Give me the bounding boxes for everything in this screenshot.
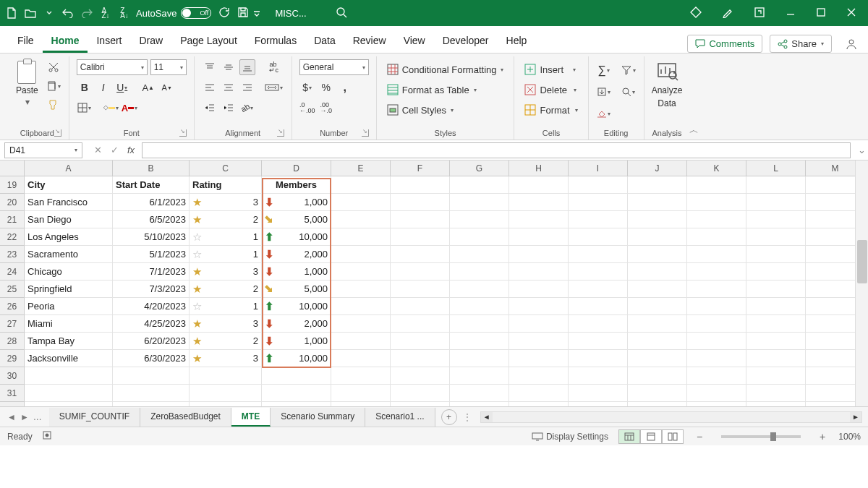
format-cells-button[interactable]: Format▾ [522, 103, 580, 117]
cell[interactable]: ⬆10,000 [262, 298, 331, 315]
cell[interactable]: 6/5/2023 [113, 211, 190, 228]
cell[interactable]: Miami [25, 315, 113, 333]
clear-icon[interactable]: ▾ [596, 106, 612, 121]
cell[interactable] [628, 298, 687, 315]
display-settings-button[interactable]: Display Settings [532, 432, 608, 442]
cell[interactable] [331, 281, 391, 298]
format-painter-icon[interactable] [46, 97, 61, 113]
alignment-dialog-launcher[interactable] [277, 129, 284, 137]
cell[interactable] [569, 176, 628, 194]
cell[interactable] [391, 298, 450, 315]
cell[interactable]: ⬇5,000 [262, 281, 331, 298]
number-dialog-launcher[interactable] [362, 129, 369, 137]
cell[interactable] [687, 350, 746, 367]
fill-color-icon[interactable]: ▾ [103, 100, 119, 116]
font-size-select[interactable]: 11▾ [150, 59, 187, 75]
sheet-tab[interactable]: Scenario Summary [271, 408, 365, 427]
macro-record-icon[interactable] [43, 430, 54, 442]
cell[interactable] [262, 367, 331, 385]
cell[interactable] [190, 402, 262, 406]
cell[interactable]: Jacksonville [25, 350, 113, 367]
tab-data[interactable]: Data [305, 29, 344, 53]
row-header[interactable]: 26 [0, 298, 25, 315]
italic-button[interactable]: I [95, 80, 111, 95]
cell[interactable] [569, 263, 628, 281]
cell[interactable] [331, 385, 391, 402]
column-header-D[interactable]: D [262, 160, 331, 176]
column-header-F[interactable]: F [391, 160, 450, 176]
zoom-slider[interactable] [721, 435, 801, 438]
column-header-L[interactable]: L [746, 160, 806, 176]
find-select-icon[interactable]: ▾ [621, 84, 637, 100]
cell[interactable] [628, 350, 687, 367]
cell[interactable] [687, 228, 746, 246]
cell[interactable] [687, 246, 746, 263]
cell[interactable] [450, 298, 509, 315]
column-header-E[interactable]: E [331, 160, 391, 176]
cell[interactable] [746, 298, 806, 315]
cell[interactable] [746, 315, 806, 333]
cell[interactable] [450, 315, 509, 333]
normal-view-button[interactable] [618, 429, 640, 444]
cell[interactable]: 6/1/2023 [113, 194, 190, 211]
delete-cells-button[interactable]: Delete▾ [522, 82, 580, 97]
save-icon[interactable] [237, 7, 249, 20]
currency-icon[interactable]: $▾ [299, 80, 315, 95]
cell[interactable] [391, 176, 450, 194]
cell[interactable] [509, 194, 569, 211]
cell[interactable]: 4/25/2023 [113, 315, 190, 333]
cell[interactable] [190, 385, 262, 402]
sort-desc-icon[interactable]: ZA↓ [119, 7, 130, 19]
cell[interactable] [687, 315, 746, 333]
merge-center-icon[interactable]: ▾ [264, 80, 284, 95]
zoom-out-button[interactable]: − [694, 431, 705, 442]
cell[interactable] [628, 385, 687, 402]
cell[interactable] [391, 385, 450, 402]
tab-review[interactable]: Review [344, 29, 395, 53]
autosum-icon[interactable]: ∑▾ [596, 62, 612, 78]
row-header[interactable]: 24 [0, 263, 25, 281]
paste-button[interactable]: Paste ▾ [13, 59, 41, 127]
search-icon[interactable] [336, 7, 347, 20]
cell[interactable]: ⬆10,000 [262, 350, 331, 367]
cell[interactable]: ☆1 [190, 298, 262, 315]
font-color-icon[interactable]: A▾ [122, 100, 137, 116]
cell[interactable]: Rating [190, 176, 262, 194]
row-header[interactable]: 27 [0, 315, 25, 333]
cell[interactable] [509, 281, 569, 298]
qat-more-icon[interactable] [43, 7, 55, 19]
cell[interactable] [569, 194, 628, 211]
bold-button[interactable]: B [77, 80, 93, 95]
format-as-table-button[interactable]: Format as Table▾ [384, 82, 507, 97]
align-center-icon[interactable] [221, 80, 237, 95]
increase-indent-icon[interactable] [221, 100, 237, 116]
cell[interactable] [450, 176, 509, 194]
cell[interactable]: 5/10/2023 [113, 228, 190, 246]
cell[interactable] [687, 402, 746, 406]
cell[interactable]: Los Angeles [25, 228, 113, 246]
redo-icon[interactable] [81, 7, 93, 19]
formula-input[interactable] [142, 142, 851, 158]
cell[interactable] [113, 367, 190, 385]
cell[interactable] [746, 402, 806, 406]
cell[interactable] [113, 402, 190, 406]
cell[interactable] [331, 246, 391, 263]
cell[interactable] [746, 194, 806, 211]
cell[interactable]: 4/20/2023 [113, 298, 190, 315]
cell[interactable] [569, 367, 628, 385]
cell[interactable] [687, 263, 746, 281]
font-dialog-launcher[interactable] [179, 129, 187, 137]
tab-formulas[interactable]: Formulas [246, 29, 305, 53]
cell[interactable] [687, 176, 746, 194]
minimize-icon[interactable] [786, 7, 796, 20]
autosave-switch[interactable]: Off [181, 7, 211, 19]
align-right-icon[interactable] [239, 80, 255, 95]
cell[interactable]: City [25, 176, 113, 194]
cell[interactable]: ★2 [190, 333, 262, 350]
pen-icon[interactable] [722, 7, 733, 20]
cell[interactable] [509, 367, 569, 385]
cell[interactable] [262, 402, 331, 406]
cell[interactable]: ⬇2,000 [262, 315, 331, 333]
formula-enter-icon[interactable]: ✓ [111, 145, 119, 155]
cell[interactable] [331, 211, 391, 228]
